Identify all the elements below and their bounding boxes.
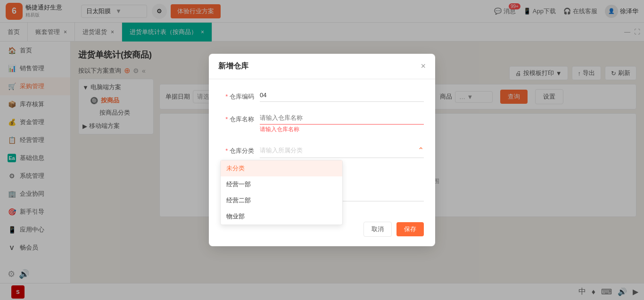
code-input[interactable] [260,89,424,102]
dropdown-option-dept2[interactable]: 经营二部 [221,192,342,208]
category-label-text: 仓库分类 [230,147,254,154]
form-row-code: * 仓库编码 [220,89,424,102]
modal-body: * 仓库编码 * 仓库名称 请输入仓库名称 * 仓库分类 [209,79,435,222]
name-label-text: 仓库名称 [230,116,254,123]
dropdown-option-uncategorized[interactable]: 未分类 [221,160,342,176]
code-label-text: 仓库编码 [230,93,254,100]
modal-close-button[interactable]: × [421,61,426,71]
add-warehouse-modal: 新增仓库 × * 仓库编码 * 仓库名称 请输入仓库名称 [209,54,435,246]
category-select-placeholder: 请输入所属分类 [260,146,418,155]
name-label: * 仓库名称 [220,111,254,124]
category-dropdown: 未分类 经营一部 经营二部 物业部 [220,160,343,225]
code-field [260,89,424,102]
category-field[interactable]: 请输入所属分类 ⌃ 未分类 经营一部 经营二部 物业部 [260,143,424,158]
category-dropdown-arrow[interactable]: ⌃ [418,146,424,155]
save-button[interactable]: 保存 [396,222,424,236]
modal-title: 新增仓库 [218,61,248,71]
dropdown-option-dept1[interactable]: 经营一部 [221,176,342,192]
code-label: * 仓库编码 [220,89,254,101]
required-mark-category: * [225,147,228,154]
dropdown-option-property[interactable]: 物业部 [221,208,342,225]
name-error-message: 请输入仓库名称 [260,125,424,133]
category-select[interactable]: 请输入所属分类 ⌃ [260,143,424,158]
form-row-category: * 仓库分类 请输入所属分类 ⌃ 未分类 经营一部 经营二部 物业部 [220,143,424,158]
form-row-name: * 仓库名称 请输入仓库名称 [220,111,424,133]
required-mark-code: * [225,93,228,100]
name-input[interactable] [260,111,424,125]
category-label: * 仓库分类 [220,143,254,155]
name-field: 请输入仓库名称 [260,111,424,133]
cancel-button[interactable]: 取消 [363,222,392,237]
required-mark-name: * [225,116,228,123]
modal-header: 新增仓库 × [209,54,435,79]
